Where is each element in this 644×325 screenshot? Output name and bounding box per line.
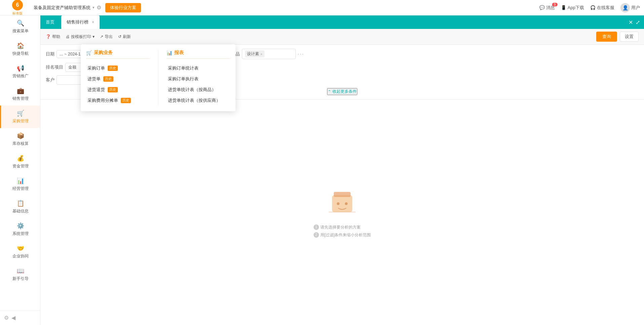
dropdown-item-incoming[interactable]: 进货单 历史 bbox=[86, 74, 150, 84]
avatar: 👤 bbox=[620, 3, 630, 12]
enterprise-icon: 🤝 bbox=[17, 245, 24, 252]
report-section: 📊 报表 采购订单统计表 采购订单执行表 进货单统计表（按商品） 进货单统计表（… bbox=[167, 50, 230, 106]
settings-icon[interactable]: ⚙ bbox=[97, 4, 101, 11]
sidebar-item-purchase[interactable]: 🛒 采购管理 bbox=[0, 106, 40, 128]
message-badge: 9 bbox=[552, 3, 558, 6]
dropdown-item-return[interactable]: 进货退货 历史 bbox=[86, 84, 150, 95]
top-bar: 6 标准版 装备及固定资产辅助管理系统 ▾ ⚙ 体验行业方案 💬 消息 9 📱 … bbox=[0, 0, 644, 15]
report-section-icon: 📊 bbox=[167, 50, 172, 55]
message-icon: 💬 bbox=[539, 5, 545, 10]
basic-icon: 📋 bbox=[17, 200, 24, 207]
tab-sales-rank[interactable]: 销售排行榜 × bbox=[61, 15, 100, 29]
messages-btn[interactable]: 💬 消息 9 bbox=[539, 5, 555, 11]
search-icon: 🔍 bbox=[17, 19, 24, 27]
dropdown-item-report-4[interactable]: 进货单统计表（按供应商） bbox=[167, 95, 230, 106]
purchase-section: 🛒 采购业务 采购订单 历史 进货单 历史 进货退货 历史 采购费用分摊单 bbox=[86, 50, 150, 106]
phone-icon: 📱 bbox=[561, 5, 566, 10]
user-menu[interactable]: 👤 用户 bbox=[620, 3, 640, 12]
tab-bar-right: ✕ ⤢ bbox=[629, 19, 644, 26]
sidebar-item-search[interactable]: 🔍 搜索菜单 bbox=[0, 15, 40, 38]
finance-icon: 💰 bbox=[17, 155, 24, 162]
history-badge-3: 历史 bbox=[121, 98, 131, 103]
logo: 6 标准版 bbox=[4, 0, 31, 16]
online-service-btn[interactable]: 🎧 在线客服 bbox=[590, 5, 614, 11]
tab-home[interactable]: 首页 bbox=[40, 15, 60, 29]
dropdown-item-report-2[interactable]: 采购订单执行表 bbox=[167, 74, 230, 84]
main-layout: 🔍 搜索菜单 🏠 快捷导航 📢 营销推广 💼 销售管理 🛒 采购管理 📦 库存核… bbox=[0, 15, 644, 325]
purchase-icon: 🛒 bbox=[17, 110, 24, 117]
sidebar-item-basic[interactable]: 📋 基础信息 bbox=[0, 196, 40, 218]
operations-icon: 📊 bbox=[17, 177, 24, 185]
marketing-icon: 📢 bbox=[17, 65, 24, 72]
dropdown-item-expense[interactable]: 采购费用分摊单 历史 bbox=[86, 95, 150, 106]
inventory-icon: 📦 bbox=[17, 132, 24, 139]
dropdown-item-report-1[interactable]: 采购订单统计表 bbox=[167, 63, 230, 74]
top-bar-right: 💬 消息 9 📱 App下载 🎧 在线客服 👤 用户 bbox=[539, 3, 640, 12]
sidebar-item-inventory[interactable]: 📦 库存核算 bbox=[0, 128, 40, 151]
sidebar-item-finance[interactable]: 💰 资金管理 bbox=[0, 151, 40, 173]
app-download-btn[interactable]: 📱 App下载 bbox=[561, 5, 584, 11]
tab-close-window-btn[interactable]: ✕ bbox=[629, 19, 633, 26]
industry-btn[interactable]: 体验行业方案 bbox=[105, 3, 141, 12]
dropdown-divider bbox=[158, 50, 158, 106]
sidebar-item-system[interactable]: ⚙️ 系统管理 bbox=[0, 218, 40, 241]
logo-subtitle: 标准版 bbox=[12, 11, 23, 16]
tab-bar: 首页 销售排行榜 × ✕ ⤢ bbox=[40, 15, 644, 29]
sidebar-item-enterprise[interactable]: 🤝 企业协同 bbox=[0, 241, 40, 263]
title-dropdown-arrow[interactable]: ▾ bbox=[93, 5, 95, 10]
sidebar-collapse-btn[interactable]: ◀ bbox=[11, 315, 15, 321]
logo-icon: 6 bbox=[12, 0, 23, 10]
sidebar: 🔍 搜索菜单 🏠 快捷导航 📢 营销推广 💼 销售管理 🛒 采购管理 📦 库存核… bbox=[0, 15, 40, 325]
sidebar-item-sales[interactable]: 💼 销售管理 bbox=[0, 83, 40, 106]
report-section-title: 📊 报表 bbox=[167, 50, 230, 59]
sidebar-item-operations[interactable]: 📊 经营管理 bbox=[0, 173, 40, 196]
app-title: 装备及固定资产辅助管理系统 ▾ bbox=[34, 5, 95, 11]
dropdown-item-report-3[interactable]: 进货单统计表（按商品） bbox=[167, 84, 230, 95]
guide-icon: 📖 bbox=[17, 267, 24, 275]
tab-close-icon[interactable]: × bbox=[92, 20, 94, 25]
history-badge-1: 历史 bbox=[103, 76, 113, 82]
purchase-section-icon: 🛒 bbox=[86, 50, 92, 55]
history-badge-2: 历史 bbox=[108, 87, 118, 92]
home-icon: 🏠 bbox=[17, 42, 24, 49]
sidebar-item-guide[interactable]: 📖 新手引导 bbox=[0, 263, 40, 286]
history-badge-0: 历史 bbox=[108, 66, 118, 71]
sales-icon: 💼 bbox=[17, 87, 24, 94]
purchase-section-title: 🛒 采购业务 bbox=[86, 50, 150, 59]
sidebar-item-quicknav[interactable]: 🏠 快捷导航 bbox=[0, 38, 40, 60]
sidebar-item-marketing[interactable]: 📢 营销推广 bbox=[0, 60, 40, 83]
sidebar-bottom: ⚙ ◀ bbox=[0, 310, 40, 325]
sidebar-settings-btn[interactable]: ⚙ bbox=[4, 315, 9, 321]
tab-maximize-btn[interactable]: ⤢ bbox=[636, 19, 640, 26]
dropdown-item-purchase-order[interactable]: 采购订单 历史 bbox=[86, 63, 150, 74]
system-icon: ⚙️ bbox=[17, 222, 24, 230]
purchase-dropdown: 🛒 采购业务 采购订单 历史 进货单 历史 进货退货 历史 采购费用分摊单 bbox=[81, 44, 236, 111]
content-area: 首页 销售排行榜 × ✕ ⤢ ❓ 帮助 🖨 按模板打印 ▾ ↗ bbox=[40, 15, 644, 325]
headset-icon: 🎧 bbox=[590, 5, 596, 10]
